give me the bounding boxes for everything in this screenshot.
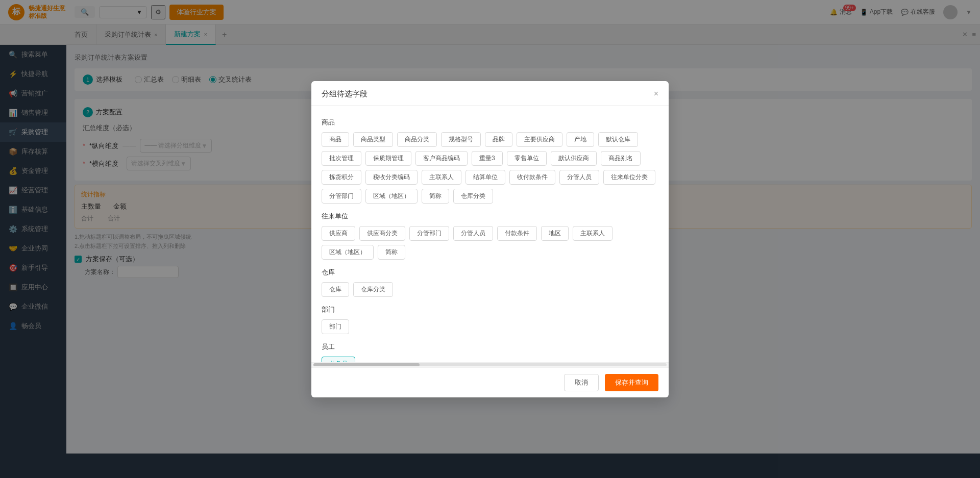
field-tag[interactable]: 地区	[541, 226, 569, 241]
field-tag[interactable]: 分管人员	[453, 226, 493, 241]
section-title-partner: 往来单位	[322, 212, 658, 221]
field-tag[interactable]: 税收分类编码	[365, 170, 418, 185]
field-tag[interactable]: 批次管理	[322, 151, 361, 166]
field-tag[interactable]: 仓库分类	[453, 189, 493, 204]
field-group-partner: 供应商 供应商分类 分管部门 分管人员 付款条件 地区 主联系人 区域（地区） …	[322, 226, 658, 260]
field-group-warehouse: 仓库 仓库分类	[322, 282, 658, 297]
field-tag[interactable]: 规格型号	[441, 132, 481, 147]
field-tag[interactable]: 客户商品编码	[415, 151, 468, 166]
field-tag[interactable]: 往来单位分类	[603, 170, 655, 185]
field-tag[interactable]: 主联系人	[573, 226, 612, 241]
field-tag[interactable]: 简称	[378, 245, 405, 260]
field-tag[interactable]: 收付款条件	[509, 170, 555, 185]
field-tag[interactable]: 重量3	[472, 151, 503, 166]
field-tag[interactable]: 商品	[322, 132, 349, 147]
field-tag[interactable]: 商品别名	[601, 151, 641, 166]
field-tag[interactable]: 保质期管理	[365, 151, 411, 166]
field-group-product: 商品 商品类型 商品分类 规格型号 品牌 主要供应商 产地 默认仓库 批次管理 …	[322, 132, 658, 204]
field-tag[interactable]: 仓库	[322, 282, 349, 297]
field-tag[interactable]: 区域（地区）	[322, 245, 374, 260]
field-tag[interactable]: 零售单位	[507, 151, 547, 166]
section-title-employee: 员工	[322, 342, 658, 351]
modal-header: 分组待选字段 ×	[311, 81, 669, 106]
field-group-employee: 业务员	[322, 357, 658, 363]
field-tag[interactable]: 主联系人	[422, 170, 461, 185]
field-tag[interactable]: 付款条件	[497, 226, 537, 241]
section-title-department: 部门	[322, 305, 658, 314]
field-tag[interactable]: 商品分类	[397, 132, 437, 147]
field-tag[interactable]: 拣货积分	[322, 170, 361, 185]
modal-overlay: 分组待选字段 × 商品 商品 商品类型 商品分类 规格型号 品牌 主要供应商 产…	[0, 0, 980, 478]
hscroll-track	[313, 363, 667, 366]
field-tag[interactable]: 结算单位	[465, 170, 505, 185]
field-tag[interactable]: 默认供应商	[551, 151, 597, 166]
section-title-product: 商品	[322, 118, 658, 127]
field-tag[interactable]: 供应商分类	[359, 226, 405, 241]
field-tag[interactable]: 默认仓库	[598, 132, 638, 147]
field-tag[interactable]: 商品类型	[353, 132, 393, 147]
modal-title: 分组待选字段	[322, 89, 368, 99]
modal-footer: 取消 保存并查询	[311, 367, 669, 397]
modal-dialog: 分组待选字段 × 商品 商品 商品类型 商品分类 规格型号 品牌 主要供应商 产…	[311, 81, 669, 397]
field-tag[interactable]: 分管人员	[559, 170, 599, 185]
field-tag[interactable]: 品牌	[485, 132, 512, 147]
field-tag[interactable]: 部门	[322, 319, 349, 334]
field-tag[interactable]: 供应商	[322, 226, 355, 241]
field-tag[interactable]: 区域（地区）	[365, 189, 418, 204]
modal-close-button[interactable]: ×	[654, 89, 658, 98]
cancel-button[interactable]: 取消	[564, 374, 599, 391]
field-tag[interactable]: 产地	[567, 132, 594, 147]
field-group-department: 部门	[322, 319, 658, 334]
field-tag[interactable]: 仓库分类	[353, 282, 393, 297]
confirm-button[interactable]: 保存并查询	[605, 374, 658, 391]
field-tag[interactable]: 分管部门	[322, 189, 361, 204]
field-tag[interactable]: 分管部门	[409, 226, 449, 241]
field-tag[interactable]: 简称	[422, 189, 449, 204]
field-tag-employee[interactable]: 业务员	[322, 357, 355, 363]
hscroll-thumb	[313, 363, 420, 366]
section-title-warehouse: 仓库	[322, 268, 658, 277]
modal-hscroll[interactable]	[311, 362, 669, 367]
field-tag[interactable]: 主要供应商	[517, 132, 562, 147]
modal-body: 商品 商品 商品类型 商品分类 规格型号 品牌 主要供应商 产地 默认仓库 批次…	[311, 106, 669, 363]
